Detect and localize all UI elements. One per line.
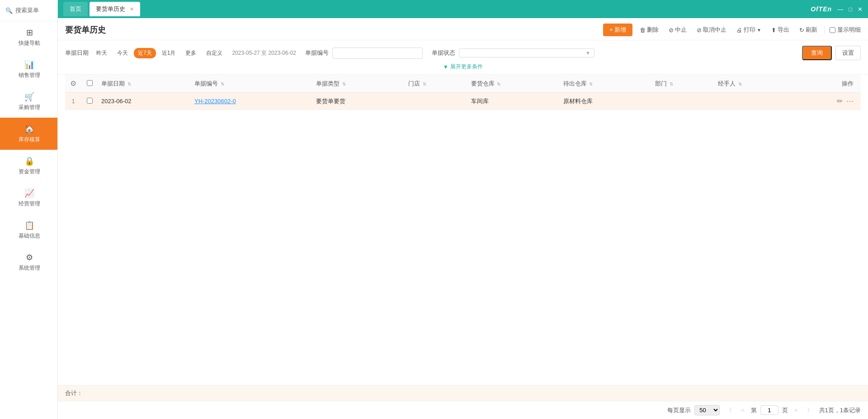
topbar-right: OfTEn — □ ✕ <box>811 5 863 13</box>
date-btn-today[interactable]: 今天 <box>113 48 132 58</box>
td-num: 1 <box>65 93 81 110</box>
th-operation: 操作 <box>792 75 861 93</box>
table-settings-icon[interactable]: ⚙ <box>70 80 76 87</box>
bill-number-label: 单据编号 <box>305 49 329 57</box>
bill-number-filter: 单据编号 <box>305 48 423 59</box>
date-btn-7days[interactable]: 近7天 <box>134 48 156 58</box>
operation-buttons: ✏ ⋯ <box>796 97 854 105</box>
th-settings: ⚙ <box>65 75 81 93</box>
toolbar: + 新增 🗑 删除 ⊘ 中止 ⊘ 取消中止 🖨 打印 ▼ <box>603 24 861 36</box>
chevron-down-icon: ▼ <box>585 50 590 56</box>
date-btn-custom[interactable]: 自定义 <box>202 48 226 58</box>
sort-handler-icon[interactable]: ⇅ <box>738 81 742 86</box>
th-pending-warehouse: 待出仓库 ⇅ <box>560 75 652 93</box>
date-btn-yesterday[interactable]: 昨天 <box>92 48 111 58</box>
sidebar-item-quick-nav[interactable]: ⊞ 快捷导航 <box>0 21 57 53</box>
sidebar-item-operations[interactable]: 📈 经营管理 <box>0 182 57 214</box>
date-btn-1month[interactable]: 近1月 <box>158 48 180 58</box>
row-more-button[interactable]: ⋯ <box>846 97 854 105</box>
date-buttons: 昨天 今天 近7天 近1月 更多 自定义 <box>92 48 226 58</box>
search-icon: 🔍 <box>5 7 13 14</box>
window-maximize-button[interactable]: □ <box>849 6 852 13</box>
sidebar-item-sales[interactable]: 📊 销售管理 <box>0 53 57 86</box>
sidebar-item-purchase[interactable]: 🛒 采购管理 <box>0 86 57 118</box>
stop-button[interactable]: ⊘ 中止 <box>666 24 689 36</box>
date-range-display: 2023-05-27 至 2023-06-02 <box>232 49 296 57</box>
refresh-icon: ↻ <box>799 27 804 33</box>
sort-number-icon[interactable]: ⇅ <box>221 81 224 86</box>
sort-type-icon[interactable]: ⇅ <box>342 81 346 86</box>
sort-department-icon[interactable]: ⇅ <box>670 81 673 86</box>
sidebar-item-finance[interactable]: 🔒 资金管理 <box>0 150 57 182</box>
page-title: 要货单历史 <box>65 24 106 35</box>
prev-page-button[interactable]: < <box>738 406 747 414</box>
first-page-button[interactable]: 《 <box>723 405 735 415</box>
page-size-select[interactable]: 50 10 20 100 <box>694 405 720 415</box>
cancel-stop-icon: ⊘ <box>697 27 702 33</box>
refresh-button[interactable]: ↻ 刷新 <box>797 24 820 36</box>
sidebar-item-system[interactable]: ⚙ 系统管理 <box>0 246 57 278</box>
date-filter-label: 单据日期 <box>65 49 89 57</box>
sort-req-warehouse-icon[interactable]: ⇅ <box>497 81 500 86</box>
display-detail-checkbox[interactable] <box>830 27 835 33</box>
window-minimize-button[interactable]: — <box>837 6 843 13</box>
date-filter: 单据日期 昨天 今天 近7天 近1月 更多 自定义 2023-05-27 至 2… <box>65 48 296 58</box>
td-req-warehouse: 车间库 <box>467 93 560 110</box>
th-number: 单据编号 ⇅ <box>191 75 312 93</box>
query-button[interactable]: 查询 <box>802 46 832 60</box>
date-btn-more[interactable]: 更多 <box>181 48 200 58</box>
cancel-stop-button[interactable]: ⊘ 取消中止 <box>694 24 729 36</box>
settings-button[interactable]: 设置 <box>835 46 861 60</box>
sort-date-icon[interactable]: ⇅ <box>127 81 131 86</box>
purchase-icon: 🛒 <box>24 92 34 102</box>
next-page-button[interactable]: > <box>792 406 801 414</box>
main-area: 首页 要货单历史 ✕ OfTEn — □ ✕ 要货单历史 + 新增 🗑 删除 ⊘ <box>58 0 868 419</box>
select-all-checkbox[interactable] <box>87 80 93 86</box>
export-button[interactable]: ⬆ 导出 <box>769 24 792 36</box>
inventory-icon: 🏠 <box>24 124 34 134</box>
operations-icon: 📈 <box>24 188 34 198</box>
td-store <box>405 93 467 110</box>
page-size-label: 每页显示 <box>667 406 691 414</box>
export-icon: ⬆ <box>771 27 776 33</box>
bill-number-input[interactable] <box>332 48 423 59</box>
td-pending-warehouse: 原材料仓库 <box>560 93 652 110</box>
row-checkbox[interactable] <box>87 98 93 104</box>
window-close-button[interactable]: ✕ <box>858 6 863 13</box>
tab-close-button[interactable]: ✕ <box>130 6 134 12</box>
page-suffix: 页 <box>782 406 788 414</box>
th-department: 部门 ⇅ <box>651 75 714 93</box>
last-page-button[interactable]: 》 <box>804 405 816 415</box>
table-header-row: ⚙ 单据日期 ⇅ 单据编号 ⇅ <box>65 75 861 93</box>
tab-history[interactable]: 要货单历史 ✕ <box>90 2 140 16</box>
table-row: 1 2023-06-02 YH-20230602-0 要货单要货 <box>65 93 861 110</box>
new-button[interactable]: + 新增 <box>603 24 632 36</box>
brand-logo: OfTEn <box>811 5 832 13</box>
tab-home[interactable]: 首页 <box>63 2 88 16</box>
total-info: 共1页，1条记录 <box>819 406 861 414</box>
search-menu[interactable]: 🔍 搜索菜单 <box>0 0 57 21</box>
sort-pending-warehouse-icon[interactable]: ⇅ <box>589 81 593 86</box>
delete-button[interactable]: 🗑 删除 <box>637 24 661 36</box>
th-store: 门店 ⇅ <box>405 75 467 93</box>
basic-icon: 📋 <box>24 220 34 230</box>
page-input[interactable] <box>760 405 778 415</box>
td-date: 2023-06-02 <box>98 93 191 110</box>
sidebar-item-basic[interactable]: 📋 基础信息 <box>0 214 57 246</box>
expand-more-button[interactable]: ▼ 展开更多条件 <box>65 63 861 71</box>
expand-icon: ▼ <box>443 64 448 70</box>
filter-actions: 查询 设置 <box>802 46 861 60</box>
print-button[interactable]: 🖨 打印 ▼ <box>734 24 764 36</box>
sales-icon: 📊 <box>24 60 34 70</box>
td-department <box>651 93 714 110</box>
system-icon: ⚙ <box>26 252 33 262</box>
td-checkbox <box>81 93 98 110</box>
td-number[interactable]: YH-20230602-0 <box>191 93 312 110</box>
row-edit-button[interactable]: ✏ <box>837 97 843 105</box>
display-detail-toggle[interactable]: 显示明细 <box>830 26 861 34</box>
status-select[interactable]: ▼ <box>459 48 594 57</box>
sidebar-item-inventory[interactable]: 🏠 库存核算 <box>0 118 57 150</box>
print-dropdown-icon: ▼ <box>757 28 761 33</box>
sort-store-icon[interactable]: ⇅ <box>423 81 426 86</box>
page-label: 第 <box>751 406 757 414</box>
